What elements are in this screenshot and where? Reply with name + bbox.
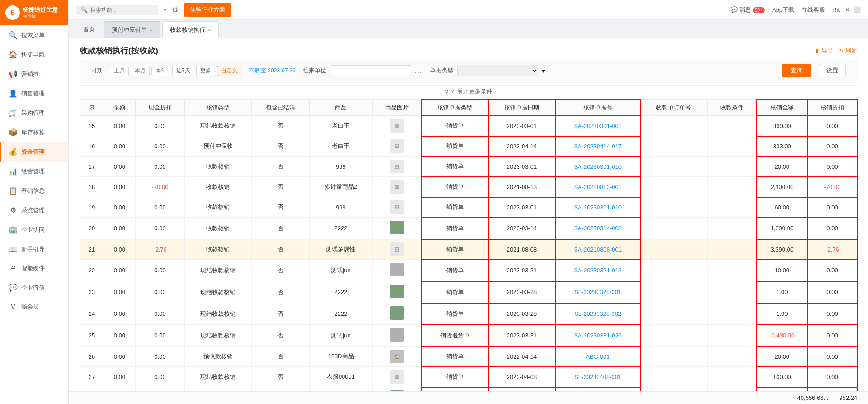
sidebar-item-guide[interactable]: 📖 新手引导 — [0, 239, 68, 259]
industry-solution-button[interactable]: 休验行业方案 — [184, 3, 231, 17]
row-condition — [707, 177, 756, 197]
row-img: 🖼 — [373, 157, 422, 177]
finance-icon: 💰 — [9, 147, 18, 156]
sidebar-item-member[interactable]: V 畅会员 — [0, 297, 68, 316]
doc-type-select[interactable] — [457, 65, 538, 76]
row-order-no — [641, 303, 708, 325]
sidebar-item-label-corp: 企业协同 — [21, 226, 45, 234]
doc-no-link[interactable]: SL-20230328-002 — [574, 310, 621, 317]
sidebar-item-operation[interactable]: 📊 经营管理 — [0, 162, 68, 181]
query-button[interactable]: 查询 — [782, 64, 811, 77]
sidebar-item-wechat[interactable]: 💬 企业微信 — [0, 278, 68, 297]
row-img: 🖼 — [373, 116, 422, 136]
col-header-0: ⚙ — [80, 100, 104, 116]
doc-no-link[interactable]: SA-20230331-026 — [574, 332, 622, 339]
setting-button[interactable]: 设置 — [819, 64, 846, 77]
row-type: 收款核销 — [184, 239, 251, 260]
sidebar-item-inventory[interactable]: 📦 库存核算 — [0, 123, 68, 142]
tab-close-2[interactable]: × — [208, 27, 211, 33]
product-image — [390, 221, 404, 234]
topbar-search-input[interactable] — [90, 7, 154, 13]
col-header-2: 现金折扣 — [136, 100, 185, 116]
row-write-off-discount: 0.00 — [807, 303, 857, 325]
close-window-icon[interactable]: ✕ — [845, 6, 850, 13]
table-row: 25 0.00 0.00 现结收款核销 否 测试jun 销货退货单 2023-0… — [80, 325, 857, 347]
row-img — [373, 260, 422, 281]
col-header-13: 核销折扣 — [807, 100, 857, 116]
gear-col-icon[interactable]: ⚙ — [89, 104, 95, 111]
last-month-btn[interactable]: 上月 — [110, 66, 129, 76]
row-condition — [707, 367, 756, 387]
logo-icon: 6 — [5, 5, 20, 20]
doc-no-link[interactable]: SA-20230301-010 — [574, 204, 622, 211]
sidebar-item-purchase[interactable]: 🛒 采购管理 — [0, 103, 68, 123]
page-header: 收款核销执行(按收款) ⬆ 导出 ↻ 刷新 — [69, 38, 868, 60]
doc-no-link[interactable]: SA-20210813-001 — [574, 184, 622, 190]
custom-btn[interactable]: 自定义 — [217, 66, 241, 76]
sidebar-item-nav[interactable]: 🏠 快捷导航 — [0, 45, 68, 64]
row-write-off-discount: 0.00 — [807, 136, 857, 157]
row-doc-no: SA-20230314-008 — [555, 218, 641, 239]
purchase-icon: 🛒 — [9, 109, 18, 117]
col-header-3: 核销类型 — [184, 100, 251, 116]
doc-type-filter: 单据类型 ▾ — [430, 65, 545, 76]
row-id: 15 — [80, 116, 104, 136]
row-goods: 2222 — [309, 218, 372, 239]
doc-no-link[interactable]: SA-20210808-001 — [574, 246, 622, 253]
sidebar-item-corp[interactable]: 🏢 企业协同 — [0, 220, 68, 239]
window-controls: ✕ ⬜ — [845, 6, 861, 13]
row-settled: 否 — [251, 116, 309, 136]
online-service-link[interactable]: 在线客服 — [802, 6, 825, 14]
doc-no-link[interactable]: SA-20230314-008 — [574, 225, 622, 232]
row-discount: 0.00 — [136, 367, 185, 387]
settings-gear-icon[interactable]: ⚙ — [172, 5, 178, 14]
product-image: 🏠 — [390, 350, 404, 363]
sidebar-item-sales[interactable]: 👤 销售管理 — [0, 84, 68, 103]
tab-1[interactable]: 预付冲应付单× — [104, 21, 160, 38]
sidebar-item-marketing[interactable]: 📢 营销推广 — [0, 64, 68, 84]
more-btn[interactable]: 更多 — [196, 66, 215, 76]
sidebar-item-search[interactable]: 🔍 搜索菜单 — [0, 25, 68, 45]
doc-no-link[interactable]: ABC-001 — [586, 353, 610, 360]
this-year-btn[interactable]: 本年 — [151, 66, 170, 76]
doc-no-link[interactable]: SA-20230414-017 — [574, 143, 622, 150]
row-order-no — [641, 157, 708, 177]
doc-no-link[interactable]: SA-20230301-001 — [574, 123, 622, 129]
row-type: 预收款核销 — [184, 347, 251, 367]
row-goods: 测试jun — [309, 260, 372, 281]
search-icon: 🔍 — [9, 31, 18, 39]
sidebar-item-hardware[interactable]: 🖨 智能硬件 — [0, 259, 68, 278]
app-download-link[interactable]: App下载 — [772, 6, 794, 14]
export-button[interactable]: ⬆ 导出 — [815, 47, 833, 55]
row-discount: -2.76 — [136, 239, 185, 260]
doc-no-link[interactable]: SL-20230328-001 — [574, 289, 621, 295]
dropdown-chevron-icon[interactable]: ▾ — [164, 7, 166, 13]
counterpart-input[interactable] — [330, 65, 411, 76]
user-name[interactable]: Rit — [832, 6, 840, 13]
this-month-btn[interactable]: 本月 — [131, 66, 150, 76]
tab-0[interactable]: 首页 — [76, 21, 102, 38]
sidebar-item-finance[interactable]: 💰 资金管理 — [0, 142, 68, 162]
expand-filter-bar[interactable]: ∨ ∨ 展开更多条件 — [80, 85, 857, 97]
doc-no-link[interactable]: SA-20230321-012 — [574, 267, 622, 274]
table-row: 24 0.00 0.00 现结收款核销 否 2222 销货单 2023-03-2… — [80, 303, 857, 325]
sidebar-item-system[interactable]: ⚙ 系统管理 — [0, 200, 68, 220]
row-write-off-discount: -2.76 — [807, 239, 857, 260]
refresh-button[interactable]: ↻ 刷新 — [839, 47, 857, 55]
row-discount: 0.00 — [136, 347, 185, 367]
col-header-9: 核销单据号 — [555, 100, 641, 116]
row-doc-date: 2023-03-28 — [488, 303, 555, 325]
notification-area[interactable]: 💬 消息 99+ — [731, 6, 765, 14]
topbar-search[interactable]: 🔍 — [76, 5, 158, 15]
tab-2[interactable]: 收款核销执行× — [162, 21, 219, 38]
doc-no-link[interactable]: SL-20230408-001 — [574, 374, 621, 380]
date-buttons: 上月 本月 本年 近7天 更多 自定义 — [110, 66, 241, 76]
row-doc-type: 销货单 — [421, 218, 488, 239]
row-goods: 老白干 — [309, 136, 372, 157]
row-write-off-discount: 0.00 — [807, 281, 857, 303]
doc-no-link[interactable]: SA-20230301-010 — [574, 163, 622, 170]
last-7days-btn[interactable]: 近7天 — [172, 66, 194, 76]
tab-close-1[interactable]: × — [150, 27, 153, 33]
maximize-window-icon[interactable]: ⬜ — [854, 6, 861, 13]
sidebar-item-basic[interactable]: 📋 基础信息 — [0, 181, 68, 200]
